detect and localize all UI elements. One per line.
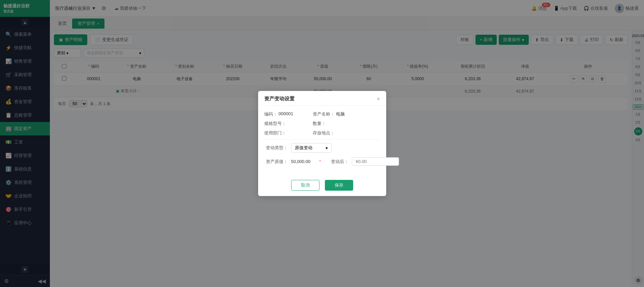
save-button[interactable]: 保存 (325, 180, 353, 191)
dialog-close-btn[interactable]: × (377, 96, 380, 102)
modal-overlay[interactable]: 资产变动设置 × 编码： 000001 资产名称： 电脑 规格型号： (0, 0, 644, 287)
required-star: * (319, 159, 321, 164)
info-row-3: 使用部门： 存放地点： (264, 130, 380, 136)
field-dept: 使用部门： (264, 130, 305, 136)
field-asset-name: 资产名称： 电脑 (313, 111, 353, 117)
dialog-body: 编码： 000001 资产名称： 电脑 规格型号： 数量： (258, 106, 386, 176)
info-row-1: 编码： 000001 资产名称： 电脑 (264, 111, 380, 117)
original-value-row: 资产原值： 50,000.00 * 变动后： (264, 157, 380, 166)
field-spec: 规格型号： (264, 121, 305, 127)
change-type-label: 变动类型： (264, 145, 288, 151)
cancel-button[interactable]: 取消 (291, 180, 319, 191)
dialog-footer: 取消 保存 (258, 176, 386, 196)
dialog-divider (264, 139, 380, 140)
chevron-down-icon: ▾ (326, 146, 328, 151)
asset-change-dialog: 资产变动设置 × 编码： 000001 资产名称： 电脑 规格型号： (258, 91, 386, 196)
field-code: 编码： 000001 (264, 111, 305, 117)
info-row-2: 规格型号： 数量： (264, 121, 380, 127)
dialog-title: 资产变动设置 (264, 96, 295, 102)
original-value-display: 50,000.00 (291, 159, 311, 164)
original-value-label: 资产原值： (264, 159, 288, 165)
field-location: 存放地点： (313, 130, 353, 136)
change-type-select[interactable]: 原值变动 ▾ (291, 143, 332, 153)
field-quantity: 数量： (313, 121, 353, 127)
change-type-row: 变动类型： 原值变动 ▾ (264, 143, 380, 153)
after-value-input[interactable] (352, 157, 399, 166)
after-label: 变动后： (325, 159, 348, 165)
dialog-header: 资产变动设置 × (258, 91, 386, 106)
